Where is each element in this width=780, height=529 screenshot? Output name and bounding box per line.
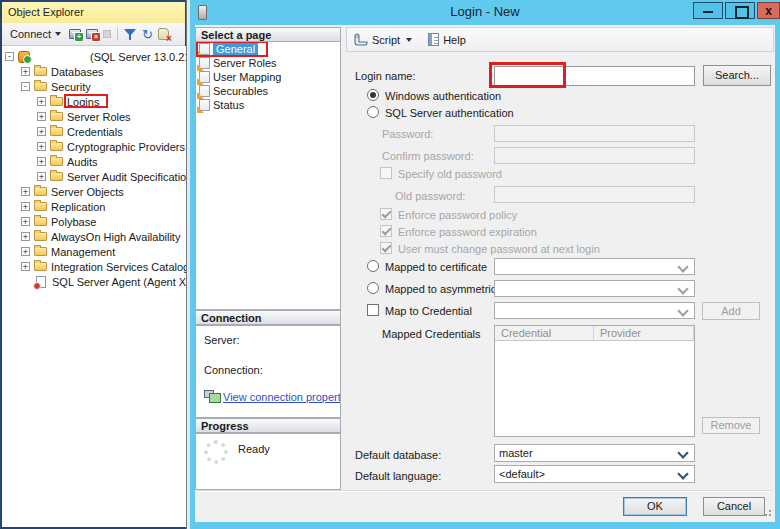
mapped-certificate-label[interactable]: Mapped to certificate: [385, 261, 487, 273]
tree-item-management[interactable]: Management: [2, 244, 186, 259]
stop-icon: [103, 30, 111, 38]
tree-item-server-objects[interactable]: Server Objects: [2, 184, 186, 199]
page-item-user-mapping[interactable]: User Mapping: [196, 70, 340, 84]
progress-box: Ready: [195, 433, 341, 490]
script-button[interactable]: Script: [372, 34, 400, 46]
dialog-title: Login - New: [190, 4, 780, 19]
certificate-combobox: [494, 258, 695, 275]
expand-icon[interactable]: [37, 142, 46, 151]
footer-separator: [197, 490, 773, 491]
windows-auth-label[interactable]: Windows authentication: [385, 90, 501, 102]
progress-spinner-icon: [204, 440, 228, 464]
confirm-password-label: Confirm password:: [382, 150, 474, 162]
mapped-certificate-radio[interactable]: [367, 260, 379, 272]
sql-auth-label[interactable]: SQL Server authentication: [385, 107, 514, 119]
page-item-label: Securables: [213, 85, 268, 97]
connection-box: Server: Connection: View connection prop…: [195, 325, 341, 418]
tree-item-label: Audits: [67, 156, 98, 168]
filter-icon[interactable]: [124, 28, 137, 41]
tree-item-replication[interactable]: Replication: [2, 199, 186, 214]
expand-icon[interactable]: [21, 202, 30, 211]
map-credential-checkbox[interactable]: [367, 304, 379, 316]
refresh-icon[interactable]: ↻: [142, 28, 153, 41]
expand-icon[interactable]: [37, 112, 46, 121]
server-label: Server:: [204, 334, 239, 346]
map-credential-label[interactable]: Map to Credential: [385, 305, 472, 317]
default-language-combobox[interactable]: <default>: [494, 465, 695, 483]
script-dropdown-icon[interactable]: [406, 38, 412, 42]
enforce-expiration-label: Enforce password expiration: [398, 226, 537, 238]
tree-item-server[interactable]: (SQL Server 13.0.2149: [2, 49, 186, 64]
folder-icon: [50, 142, 63, 151]
login-name-input[interactable]: [494, 66, 695, 86]
expand-icon[interactable]: [21, 67, 30, 76]
object-explorer-toolbar: Connect ↻: [2, 23, 185, 46]
old-password-label: Old password:: [395, 190, 465, 202]
expand-icon[interactable]: [37, 97, 46, 106]
help-icon: [428, 33, 439, 46]
add-button: Add: [702, 302, 760, 320]
ok-button[interactable]: OK: [623, 497, 687, 516]
sql-auth-radio[interactable]: [367, 106, 379, 118]
must-change-label: User must change password at next login: [398, 243, 600, 255]
tree-item-databases[interactable]: Databases: [2, 64, 186, 79]
tree-item-label: Replication: [51, 201, 105, 213]
expand-icon[interactable]: [21, 217, 30, 226]
disconnect-server-icon[interactable]: [86, 29, 98, 39]
tree-item-sql-server-agent[interactable]: SQL Server Agent (Agent XPs: [2, 274, 186, 289]
expand-icon[interactable]: [21, 247, 30, 256]
page-item-status[interactable]: Status: [196, 98, 340, 112]
tree-item-label: Integration Services Catalogs: [51, 261, 186, 273]
expand-icon[interactable]: [21, 232, 30, 241]
tree-item-audits[interactable]: Audits: [2, 154, 186, 169]
expand-icon[interactable]: [37, 172, 46, 181]
collapse-icon[interactable]: [5, 52, 14, 61]
view-connection-properties-link[interactable]: View connection properties: [223, 391, 341, 403]
tree-item-label: SQL Server Agent (Agent XPs: [52, 276, 186, 288]
default-database-combobox[interactable]: master: [494, 444, 695, 462]
maximize-button[interactable]: [725, 2, 755, 19]
error-log-icon[interactable]: [158, 28, 169, 40]
expand-icon[interactable]: [21, 262, 30, 271]
folder-icon: [50, 112, 63, 121]
help-button[interactable]: Help: [443, 34, 466, 46]
dialog-toolbar: Script Help: [346, 27, 774, 52]
tree-item-credentials[interactable]: Credentials: [2, 124, 186, 139]
tree-item-alwayson[interactable]: AlwaysOn High Availability: [2, 229, 186, 244]
tree-item-logins[interactable]: Logins: [2, 94, 186, 109]
tree-item-cryptographic-providers[interactable]: Cryptographic Providers: [2, 139, 186, 154]
tree-item-server-audit-specifications[interactable]: Server Audit Specification: [2, 169, 186, 184]
dialog-titlebar[interactable]: Login - New: [190, 0, 780, 25]
cancel-button[interactable]: Cancel: [703, 497, 765, 516]
tree-item-integration-services[interactable]: Integration Services Catalogs: [2, 259, 186, 274]
connect-server-icon[interactable]: [69, 29, 81, 39]
close-button[interactable]: [757, 2, 780, 19]
expand-icon[interactable]: [37, 127, 46, 136]
connection-header: Connection: [195, 310, 341, 325]
password-label: Password:: [382, 128, 433, 140]
page-item-general[interactable]: General: [196, 42, 340, 56]
expand-icon[interactable]: [21, 187, 30, 196]
progress-header: Progress: [195, 418, 341, 433]
collapse-icon[interactable]: [21, 82, 30, 91]
folder-icon: [34, 82, 47, 91]
search-button[interactable]: Search...: [703, 65, 771, 86]
progress-status: Ready: [238, 443, 270, 455]
minimize-button[interactable]: [693, 2, 723, 19]
page-icon: [199, 71, 210, 83]
tree-item-polybase[interactable]: Polybase: [2, 214, 186, 229]
windows-auth-radio[interactable]: [367, 89, 379, 101]
connect-button[interactable]: Connect: [7, 26, 64, 42]
expand-icon[interactable]: [37, 157, 46, 166]
folder-icon: [34, 67, 47, 76]
page-item-server-roles[interactable]: Server Roles: [196, 56, 340, 70]
resize-grip[interactable]: [769, 514, 771, 516]
mapped-asymmetric-radio[interactable]: [367, 282, 379, 294]
page-icon: [199, 85, 210, 97]
page-item-securables[interactable]: Securables: [196, 84, 340, 98]
folder-icon: [50, 127, 63, 136]
script-icon: [353, 33, 368, 46]
object-explorer-panel: Object Explorer Connect ↻ (SQL Server 13…: [0, 0, 187, 529]
tree-item-security[interactable]: Security: [2, 79, 186, 94]
tree-item-server-roles[interactable]: Server Roles: [2, 109, 186, 124]
